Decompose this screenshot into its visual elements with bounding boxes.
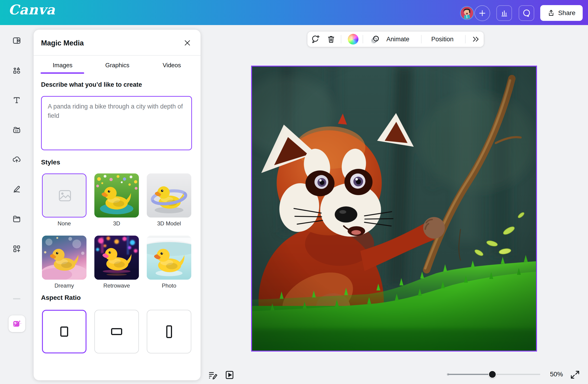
text-icon[interactable] <box>12 96 21 105</box>
sidebar-divider <box>13 298 21 299</box>
magic-media-icon <box>12 318 22 329</box>
zoom-slider-filled <box>447 374 492 375</box>
aspect-option-landscape[interactable] <box>94 310 139 353</box>
apps-icon[interactable] <box>12 244 21 253</box>
uploads-icon[interactable] <box>12 155 21 164</box>
style-label: Photo <box>147 282 191 289</box>
fullscreen-icon <box>569 369 581 380</box>
tab-images[interactable]: Images <box>44 60 81 70</box>
add-icon <box>478 9 486 17</box>
image-placeholder-icon <box>61 192 63 195</box>
topbar: Canva Share <box>0 0 588 25</box>
brand-icon[interactable]: co <box>12 126 21 134</box>
present-icon <box>224 370 235 380</box>
more-chevrons-icon <box>472 35 480 43</box>
magic-media-panel: Magic Media Images Graphics Videos Descr… <box>34 30 201 380</box>
style-thumb-dreamy <box>42 235 86 280</box>
landscape-ratio-icon <box>111 328 122 335</box>
portrait-ratio-icon <box>166 325 172 338</box>
delete-button[interactable] <box>325 32 337 47</box>
prompt-heading: Describe what you’d like to create <box>41 81 142 88</box>
style-thumb-photo <box>147 235 191 280</box>
share-label: Share <box>558 9 575 17</box>
aspect-ratio-heading: Aspect Ratio <box>41 294 81 301</box>
toolbar-divider <box>363 35 363 43</box>
notes-button[interactable] <box>208 370 217 381</box>
style-thumb-3d <box>94 173 139 217</box>
square-ratio-icon <box>60 326 68 337</box>
avatar-image <box>461 7 473 19</box>
color-button[interactable] <box>347 32 359 47</box>
tab-graphics[interactable]: Graphics <box>99 60 136 70</box>
delete-icon <box>327 35 336 43</box>
aspect-option-portrait[interactable] <box>147 310 191 353</box>
style-option-3d-model[interactable]: 3D Model <box>147 173 191 227</box>
comments-icon <box>522 9 531 18</box>
style-option-retrowave[interactable]: Retrowave <box>94 235 139 289</box>
canva-logo[interactable]: Canva <box>8 2 55 18</box>
style-label: Dreamy <box>42 282 86 289</box>
color-wheel-icon <box>348 34 358 44</box>
add-member-button[interactable] <box>474 5 490 21</box>
elements-icon[interactable] <box>12 66 21 75</box>
share-upload-icon <box>547 9 555 17</box>
context-toolbar: Animate Position <box>307 32 484 47</box>
insights-icon <box>500 9 508 17</box>
toolbar-divider <box>341 35 341 43</box>
panel-close-button[interactable] <box>182 38 193 48</box>
design-icon[interactable] <box>12 36 21 45</box>
svg-text:co: co <box>15 129 18 132</box>
animate-icon-wrap[interactable] <box>369 32 382 47</box>
canvas-selected-image[interactable] <box>251 66 537 352</box>
position-button[interactable]: Position <box>426 32 459 47</box>
comments-button[interactable] <box>519 5 534 21</box>
style-option-dreamy[interactable]: Dreamy <box>42 235 86 289</box>
tab-videos[interactable]: Videos <box>153 60 190 70</box>
prompt-input[interactable] <box>41 96 192 150</box>
panel-title: Magic Media <box>41 39 84 47</box>
sidebar-item-magic-media-active[interactable] <box>9 315 25 332</box>
style-label: None <box>42 220 86 227</box>
share-button[interactable]: Share <box>540 5 583 21</box>
comment-add-icon <box>311 35 320 44</box>
present-button[interactable] <box>224 370 235 381</box>
insights-button[interactable] <box>496 5 512 21</box>
animate-icon <box>371 34 380 44</box>
toolbar-divider <box>465 35 465 43</box>
fullscreen-button[interactable] <box>569 369 581 381</box>
sidebar: co <box>0 25 33 384</box>
notes-icon <box>208 370 217 380</box>
style-thumb-3d-model <box>147 173 191 217</box>
style-thumb-retrowave <box>94 235 139 280</box>
zoom-level[interactable]: 50% <box>545 371 568 378</box>
zoom-slider-thumb[interactable] <box>488 370 496 378</box>
style-thumb-none <box>42 173 86 217</box>
more-tools-button[interactable] <box>470 32 482 47</box>
styles-heading: Styles <box>41 159 60 166</box>
style-label: 3D Model <box>147 220 191 227</box>
animate-button[interactable]: Animate <box>382 32 414 47</box>
draw-icon[interactable] <box>12 185 21 193</box>
active-tab-underline <box>41 72 84 74</box>
toolbar-divider <box>421 35 421 43</box>
panel-divider <box>34 55 201 56</box>
style-label: 3D <box>94 220 139 227</box>
style-option-none[interactable]: None <box>42 173 86 227</box>
aspect-option-square[interactable] <box>42 310 86 353</box>
avatar[interactable] <box>460 6 474 20</box>
red-panda-artwork <box>252 66 536 351</box>
style-option-3d[interactable]: 3D <box>94 173 139 227</box>
style-label: Retrowave <box>94 282 139 289</box>
close-icon <box>183 39 191 47</box>
style-option-photo[interactable]: Photo <box>147 235 191 289</box>
comment-button[interactable] <box>309 32 321 47</box>
projects-icon[interactable] <box>12 214 21 223</box>
